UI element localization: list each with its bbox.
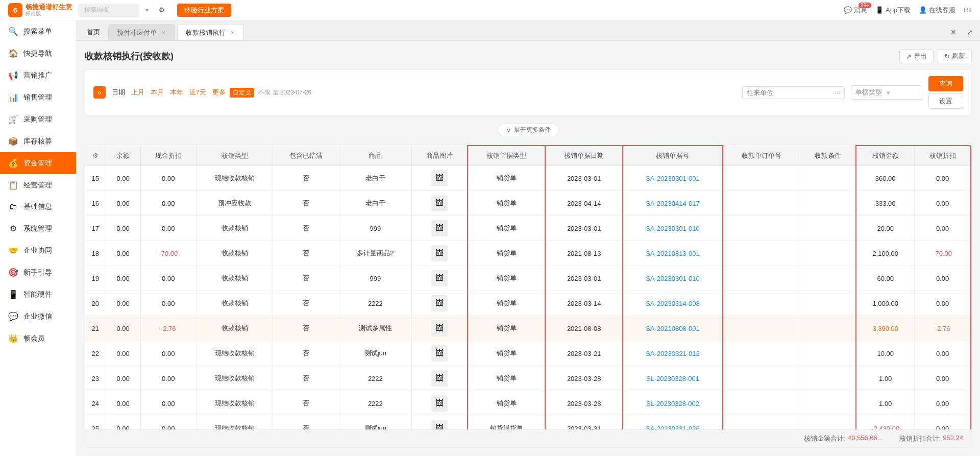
- cell-balance: 0.00: [106, 366, 140, 391]
- cell-writeoff-bill-type: 销货单: [468, 241, 545, 266]
- sidebar-item-purchase[interactable]: 🛒 采购管理: [0, 108, 76, 130]
- writeoff-bill-link[interactable]: SL-20230328-002: [646, 400, 699, 407]
- sidebar-item-search[interactable]: 🔍 搜索菜单: [0, 20, 76, 42]
- writeoff-bill-link[interactable]: SA-20230331-026: [646, 425, 700, 430]
- cell-writeoff-amount: 10.00: [856, 341, 915, 366]
- online-service-link[interactable]: 👤 在线客服: [919, 6, 955, 15]
- cell-writeoff-bill-no[interactable]: SA-20230301-010: [623, 216, 723, 241]
- tab-writeoff-close[interactable]: ×: [230, 28, 235, 37]
- user-name: Rit: [964, 6, 972, 14]
- cell-writeoff-amount: 1.00: [856, 391, 915, 416]
- writeoff-bill-link[interactable]: SA-20230301-001: [646, 175, 700, 182]
- cell-writeoff-bill-no[interactable]: SA-20230301-010: [623, 266, 723, 291]
- writeoff-bill-link[interactable]: SL-20230328-001: [646, 375, 699, 382]
- table-scroll[interactable]: ⚙ 余额 现金折扣 核销类型 包含已结清 商品 商品图片 核销单据类型 核销单据…: [85, 145, 971, 429]
- cell-writeoff-bill-no[interactable]: SA-20210813-001: [623, 241, 723, 266]
- cell-cash-discount: 0.00: [140, 291, 196, 316]
- table-row: 230.000.00现结收款核销否2222🖼销货单2023-03-28SL-20…: [85, 366, 971, 391]
- sidebar-item-system[interactable]: ⚙ 系统管理: [0, 218, 76, 239]
- date-opt-this-month[interactable]: 本月: [149, 87, 166, 98]
- cell-writeoff-type: 收款核销: [196, 316, 273, 341]
- notification-bell[interactable]: 💬 消息 99+: [844, 6, 867, 15]
- cell-writeoff-bill-no[interactable]: SA-20230331-026: [623, 416, 723, 430]
- filter-collapse-button[interactable]: »: [93, 86, 106, 99]
- cell-writeoff-discount: 0.00: [915, 291, 971, 316]
- cell-writeoff-discount: 0.00: [915, 391, 971, 416]
- sidebar-item-sales[interactable]: 📊 销售管理: [0, 86, 76, 108]
- tab-close-window-icon[interactable]: ✕: [947, 26, 960, 38]
- source-unit-field[interactable]: [747, 89, 832, 97]
- cell-writeoff-bill-no[interactable]: SA-20230314-008: [623, 291, 723, 316]
- tab-home[interactable]: 首页: [81, 24, 106, 40]
- cell-writeoff-bill-no[interactable]: SA-20230414-017: [623, 191, 723, 216]
- cell-writeoff-bill-no[interactable]: SA-20210808-001: [623, 316, 723, 341]
- date-opt-more[interactable]: 更多: [210, 87, 228, 98]
- bill-type-select[interactable]: 单据类型 ▾: [851, 85, 922, 100]
- tab-maximize-icon[interactable]: ⤢: [964, 26, 976, 38]
- source-unit-input[interactable]: ···: [742, 86, 845, 99]
- filter-settings-button[interactable]: 设置: [928, 93, 963, 109]
- tab-writeoff[interactable]: 收款核销执行 ×: [177, 24, 244, 40]
- settings-icon[interactable]: ⚙: [155, 3, 169, 17]
- writeoff-bill-link[interactable]: SA-20230301-010: [646, 225, 700, 232]
- dropdown-chevron-icon[interactable]: ▾: [145, 7, 149, 14]
- writeoff-bill-link[interactable]: SA-20230414-017: [646, 200, 700, 207]
- cell-writeoff-bill-no[interactable]: SA-20230321-012: [623, 341, 723, 366]
- date-opt-custom[interactable]: 自定义: [230, 88, 254, 98]
- industry-solution-button[interactable]: 休验行业方案: [177, 4, 231, 17]
- sidebar-item-guide[interactable]: 🎯 新手引导: [0, 261, 76, 283]
- th-writeoff-type: 核销类型: [196, 146, 273, 166]
- cell-writeoff-discount: 0.00: [915, 341, 971, 366]
- refresh-button[interactable]: ↻ 刷新: [938, 49, 972, 63]
- date-opt-this-year[interactable]: 本年: [168, 87, 185, 98]
- tab-prepayment[interactable]: 预付冲应付单 ×: [108, 24, 175, 40]
- search-nav-input[interactable]: 搜索/导航: [78, 4, 139, 17]
- app-download-link[interactable]: 📱 App下载: [875, 6, 911, 15]
- sidebar-item-quicknav[interactable]: 🏠 快捷导航: [0, 42, 76, 64]
- sidebar-item-collab[interactable]: 🤝 企业协同: [0, 239, 76, 261]
- cell-receipt-condition: [800, 391, 856, 416]
- cell-writeoff-bill-type: 销货单: [468, 316, 545, 341]
- cell-id: 15: [85, 166, 106, 191]
- expand-more-button[interactable]: ∨ 展开更多条件: [498, 124, 559, 136]
- sidebar-item-wechat[interactable]: 💬 企业微信: [0, 305, 76, 327]
- sidebar-item-finance[interactable]: 💰 资金管理: [0, 152, 76, 174]
- sidebar-item-operations[interactable]: 📋 经营管理: [0, 174, 76, 196]
- th-receipt-order-no: 收款单订单号: [723, 146, 800, 166]
- date-opt-last-month[interactable]: 上月: [129, 87, 146, 98]
- writeoff-bill-link[interactable]: SA-20230301-010: [646, 275, 700, 282]
- tab-prepayment-close[interactable]: ×: [161, 28, 166, 37]
- cell-include-closed: 否: [273, 191, 339, 216]
- cell-cash-discount: -2.76: [140, 316, 196, 341]
- sidebar-item-marketing[interactable]: 📢 营销推广: [0, 64, 76, 86]
- cell-id: 17: [85, 216, 106, 241]
- cell-receipt-condition: [800, 341, 856, 366]
- total-discount-label: 核销折扣合计:: [899, 434, 941, 443]
- export-button[interactable]: ↗ 导出: [899, 49, 934, 63]
- date-opt-7days[interactable]: 近7天: [187, 87, 208, 98]
- th-gear[interactable]: ⚙: [85, 146, 106, 166]
- column-settings-icon[interactable]: ⚙: [89, 152, 102, 159]
- cell-writeoff-bill-type: 销货单: [468, 391, 545, 416]
- writeoff-bill-link[interactable]: SA-20230314-008: [646, 300, 700, 307]
- writeoff-bill-link[interactable]: SA-20210813-001: [646, 250, 700, 257]
- app-icon: 📱: [875, 6, 884, 14]
- sidebar-item-basic-info[interactable]: 🗂 基础信息: [0, 196, 76, 218]
- writeoff-bill-link[interactable]: SA-20210808-001: [646, 325, 700, 332]
- cell-goods: 测试多属性: [339, 316, 411, 341]
- sidebar-item-inventory[interactable]: 📦 库存核算: [0, 130, 76, 152]
- sidebar-item-member[interactable]: 👑 畅会员: [0, 327, 76, 349]
- query-button[interactable]: 查询: [928, 76, 963, 91]
- cell-writeoff-bill-no[interactable]: SL-20230328-002: [623, 391, 723, 416]
- cell-writeoff-bill-no[interactable]: SL-20230328-001: [623, 366, 723, 391]
- cell-include-closed: 否: [273, 341, 339, 366]
- source-unit-more-icon[interactable]: ···: [835, 89, 840, 97]
- writeoff-bill-link[interactable]: SA-20230321-012: [646, 350, 700, 357]
- table-body: 150.000.00现结收款核销否老白干🖼销货单2023-03-01SA-202…: [85, 166, 971, 430]
- th-cash-discount: 现金折扣: [140, 146, 196, 166]
- cell-writeoff-bill-no[interactable]: SA-20230301-001: [623, 166, 723, 191]
- sidebar-item-hardware[interactable]: 📱 智能硬件: [0, 283, 76, 305]
- cell-goods-img: 🖼: [411, 166, 468, 191]
- cell-writeoff-type: 收款核销: [196, 291, 273, 316]
- filter-bar: » 日期 上月 本月 本年 近7天 更多 自定义 不限 至 2023-07-26: [85, 69, 972, 115]
